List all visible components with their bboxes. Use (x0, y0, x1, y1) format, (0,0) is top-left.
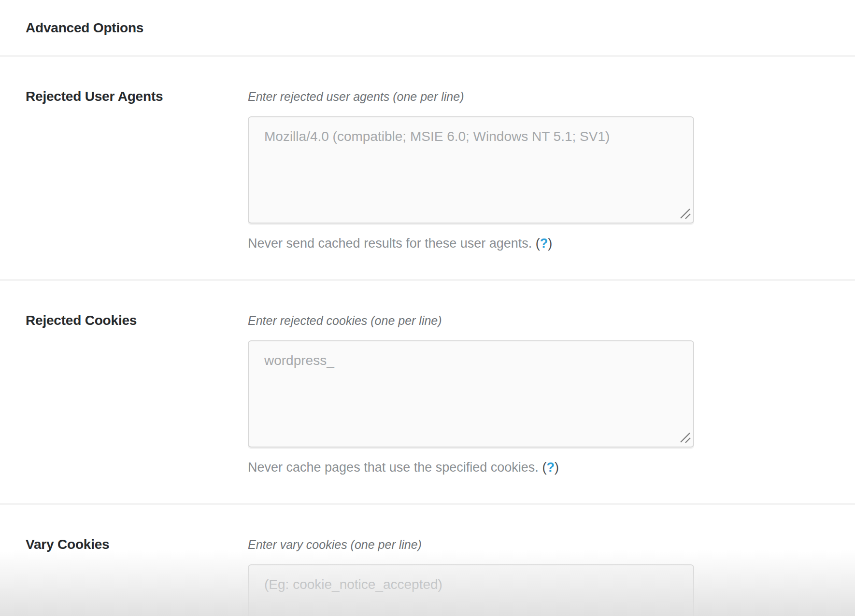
textarea-container (248, 116, 694, 224)
help-text: Never cache pages that use the specified… (248, 459, 694, 476)
help-paren-close: ) (555, 460, 559, 475)
help-link[interactable]: (?) (536, 236, 553, 251)
section-vary-cookies: Vary Cookies Enter vary cookies (one per… (0, 504, 855, 616)
textarea-container (248, 564, 694, 616)
section-title: Rejected Cookies (26, 313, 248, 328)
help-link[interactable]: (?) (542, 460, 559, 475)
section-title: Rejected User Agents (26, 89, 248, 104)
help-text: Never send cached results for these user… (248, 235, 694, 252)
section-field-column: Enter rejected cookies (one per line) Ne… (248, 313, 694, 476)
section-field-column: Enter rejected user agents (one per line… (248, 89, 694, 252)
question-mark-icon: ? (540, 236, 548, 251)
help-sentence: Never send cached results for these user… (248, 236, 532, 251)
section-title: Vary Cookies (26, 537, 248, 552)
section-rejected-user-agents: Rejected User Agents Enter rejected user… (0, 56, 855, 280)
help-sentence: Never cache pages that use the specified… (248, 460, 539, 475)
section-label-column: Rejected Cookies (26, 313, 248, 328)
field-label: Enter rejected user agents (one per line… (248, 89, 694, 104)
section-label-column: Rejected User Agents (26, 89, 248, 104)
help-paren-close: ) (548, 236, 552, 251)
section-field-column: Enter vary cookies (one per line) (248, 537, 694, 616)
rejected-cookies-input[interactable] (248, 340, 694, 448)
section-label-column: Vary Cookies (26, 537, 248, 552)
field-label: Enter vary cookies (one per line) (248, 537, 694, 552)
resize-grip-icon[interactable] (678, 431, 691, 443)
panel-header: Advanced Options (0, 0, 855, 56)
resize-grip-icon[interactable] (678, 207, 691, 219)
textarea-container (248, 340, 694, 448)
advanced-options-panel: Advanced Options Rejected User Agents En… (0, 0, 855, 616)
rejected-user-agents-input[interactable] (248, 116, 694, 224)
page-title: Advanced Options (26, 20, 855, 36)
vary-cookies-input[interactable] (248, 564, 694, 616)
question-mark-icon: ? (546, 460, 555, 475)
help-paren-open: ( (536, 236, 540, 251)
section-rejected-cookies: Rejected Cookies Enter rejected cookies … (0, 280, 855, 504)
field-label: Enter rejected cookies (one per line) (248, 313, 694, 328)
